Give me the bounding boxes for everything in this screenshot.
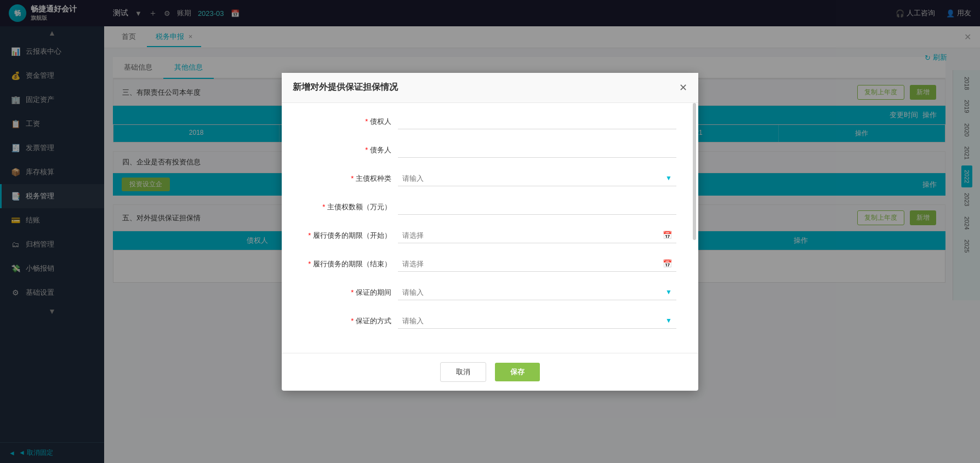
input-guarantee-period[interactable] <box>398 285 665 300</box>
input-guarantee-method[interactable] <box>398 313 665 328</box>
form-row-debtor: * 债务人 <box>304 142 676 158</box>
label-creditor-type: * 主债权种类 <box>304 174 391 184</box>
date-period-start[interactable]: 📅 <box>398 228 676 243</box>
label-period-end: * 履行债务的期限（结束） <box>304 259 391 269</box>
modal-close-btn[interactable]: ✕ <box>679 82 687 94</box>
form-row-guarantee-period: * 保证的期间 ▼ <box>304 285 676 300</box>
form-row-creditor-type: * 主债权种类 ▼ <box>304 171 676 186</box>
input-creditor-amount[interactable] <box>398 199 676 215</box>
calendar-icon-end[interactable]: 📅 <box>663 259 676 268</box>
form-row-guarantee-method: * 保证的方式 ▼ <box>304 313 676 329</box>
modal-footer: 取消 保存 <box>282 353 698 391</box>
select-guarantee-period[interactable]: ▼ <box>398 285 676 300</box>
input-period-end[interactable] <box>398 256 663 271</box>
label-guarantee-period: * 保证的期间 <box>304 288 391 298</box>
select-guarantee-method[interactable]: ▼ <box>398 313 676 329</box>
form-row-period-start: * 履行债务的期限（开始） 📅 <box>304 228 676 243</box>
modal-body: * 债权人 * 债务人 * 主债权种类 <box>282 103 698 353</box>
input-creditor[interactable] <box>398 114 676 129</box>
chevron-down-icon-guarantee-method[interactable]: ▼ <box>665 317 676 324</box>
calendar-icon-start[interactable]: 📅 <box>663 231 676 239</box>
label-debtor: * 债务人 <box>304 145 391 155</box>
select-creditor-type[interactable]: ▼ <box>398 171 676 186</box>
input-creditor-type[interactable] <box>398 171 665 186</box>
modal-scrollbar[interactable] <box>693 103 696 241</box>
save-button[interactable]: 保存 <box>495 363 540 381</box>
modal-dialog: 新增对外提供保证担保情况 ✕ * 债权人 * 债务人 <box>282 73 698 391</box>
label-period-start: * 履行债务的期限（开始） <box>304 231 391 241</box>
chevron-down-icon-creditor-type[interactable]: ▼ <box>665 174 676 182</box>
label-guarantee-method: * 保证的方式 <box>304 316 391 326</box>
form-row-creditor-amount: * 主债权数额（万元） <box>304 199 676 215</box>
cancel-button[interactable]: 取消 <box>440 362 486 382</box>
modal-title: 新增对外提供保证担保情况 <box>293 82 398 93</box>
input-debtor[interactable] <box>398 142 676 158</box>
input-period-start[interactable] <box>398 228 663 243</box>
form-row-period-end: * 履行债务的期限（结束） 📅 <box>304 256 676 272</box>
form-row-creditor: * 债权人 <box>304 114 676 129</box>
date-period-end[interactable]: 📅 <box>398 256 676 272</box>
label-creditor: * 债权人 <box>304 117 391 127</box>
label-creditor-amount: * 主债权数额（万元） <box>304 202 391 212</box>
modal-overlay[interactable]: 新增对外提供保证担保情况 ✕ * 债权人 * 债务人 <box>0 0 980 463</box>
chevron-down-icon-guarantee-period[interactable]: ▼ <box>665 288 676 296</box>
modal-header: 新增对外提供保证担保情况 ✕ <box>282 73 698 103</box>
